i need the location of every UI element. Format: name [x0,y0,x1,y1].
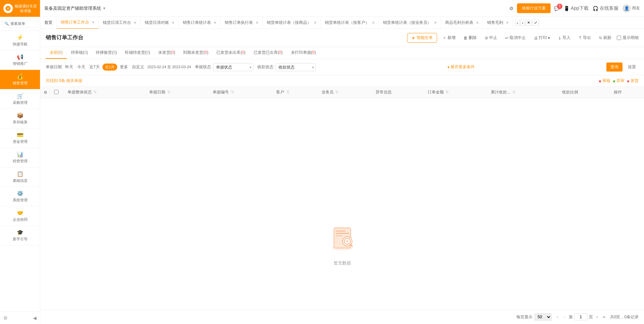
topbar-actions: 💬 6 📱 App下载 🎧 在线客服 👤 用友 [554,4,640,12]
tab-sales-workbench[interactable]: 销售订单工作台 ✕ [57,17,99,29]
tab-close-sales-workbench[interactable]: ✕ [92,21,94,24]
tab-gross-profit[interactable]: 商品毛利分析表 ✕ [441,17,483,29]
settings-button[interactable]: ⚙ [3,315,8,321]
sidebar-item-marketing[interactable]: 📢 营销推广 [0,50,40,70]
search-menu-button[interactable]: 🔍 搜索菜单 [2,19,38,28]
empty-illustration [326,221,359,255]
collapse-button[interactable]: ◀ [33,315,37,321]
messages-button[interactable]: 💬 6 [554,6,560,11]
tab-close-sales-gross[interactable]: ✕ [506,21,509,25]
sidebar-item-guide[interactable]: 🎓 新手引导 [0,226,40,245]
date-btn-7days[interactable]: 近7天 [88,64,101,71]
stop-button[interactable]: ⊘ 中止 [482,33,500,42]
tab-close-salesman-stats[interactable]: ✕ [434,21,437,25]
tab-close-customer-stats[interactable]: ✕ [372,21,375,25]
sidebar-item-system[interactable]: ⚙️ 系统管理 [0,187,40,206]
tab-close-order-exec[interactable]: ✕ [256,21,258,25]
add-button[interactable]: ＋ 新增 [440,33,458,42]
page-first-button[interactable]: « [554,314,561,320]
user-menu[interactable]: 👤 用友 [622,4,640,12]
subtab-all[interactable]: 全部(0) [46,47,67,59]
import-button[interactable]: ⤓ 导入 [555,33,573,42]
tab-salesman-stats[interactable]: 销货单统计表（按业务员） ✕ [379,17,441,29]
tab-close-goods-stats[interactable]: ✕ [314,21,316,25]
show-detail-checkbox[interactable] [617,36,621,40]
tab-prev-button[interactable]: ‹ [515,20,520,26]
subtab-shipped-out[interactable]: 已发货已出库(0) [250,47,287,59]
page-last-button[interactable]: » [601,314,607,320]
expand-filter-button[interactable]: ▾ 展开更多条件 [447,64,475,70]
subtab-overdue-not-shipped[interactable]: 到期未发货(0) [179,47,212,59]
tab-close-daily-clear[interactable]: ✕ [134,21,136,25]
smart-order-button[interactable]: ★ 智能生单 [407,33,437,43]
column-date[interactable]: 单据日期 ⇅ [146,87,209,98]
sidebar-item-finance[interactable]: 💳 资金管理 [0,128,40,148]
column-amount[interactable]: 订单金额 ⇅ [424,87,488,98]
tab-order-stats[interactable]: 销售订单统计表 ✕ [179,17,221,29]
subtab-not-shipped[interactable]: 未发货(0) [154,47,179,59]
sidebar-item-inventory[interactable]: 📦 库存核算 [0,109,40,128]
tab-customer-stats[interactable]: 销货单统计表（按客户） ✕ [321,17,379,29]
tab-sales-gross[interactable]: 销售毛利 ✕ [483,17,513,29]
online-service-button[interactable]: 🎧 在线客服 [593,5,618,11]
tab-daily-clear[interactable]: 钱货日清工作台 ✕ [99,17,141,29]
date-btn-yesterday[interactable]: 昨天 [64,64,75,71]
show-detail-checkbox-label[interactable]: 显示明细 [617,35,639,41]
per-page-select[interactable]: 50 20 100 [534,313,552,321]
column-status[interactable]: 单据整体状态 ⇅ [64,87,146,98]
send-button[interactable]: 发货 [627,78,639,84]
select-all-checkbox[interactable] [54,90,58,94]
subtab-not-printed[interactable]: 未打印单据(0) [287,47,320,59]
sidebar-item-sales[interactable]: 💰 销售管理 [0,70,40,89]
subtab-pending-audit[interactable]: 待审核(0) [67,47,92,59]
date-btn-more[interactable]: 更多 [119,64,129,71]
tab-next-button[interactable]: › [520,20,525,26]
date-btn-custom[interactable]: 自定义 [131,64,145,71]
tab-close-all-button[interactable]: ✕ [525,19,532,26]
sidebar-item-operation[interactable]: 📊 经营管理 [0,148,40,167]
table-right-actions: 审核 弃审 发货 [599,78,639,84]
setting-filter-button[interactable]: 设置 [625,63,639,72]
sidebar-item-cooperation[interactable]: 🤝 企业协同 [0,206,40,226]
star-icon: ★ [412,36,415,40]
subtab-wangpu-ship[interactable]: 旺铺待发货(0) [121,47,154,59]
cancel-stop-button[interactable]: ↩ 取消中止 [503,33,528,42]
audit-button[interactable]: 审核 [599,78,610,84]
delete-button[interactable]: 🗑 删除 [461,33,479,42]
date-btn-today[interactable]: 今天 [76,64,87,71]
date-btn-1month[interactable]: 近1月 [102,64,117,71]
column-collected[interactable]: 累计收款... ⇅ [487,87,559,98]
tab-goods-stats[interactable]: 销货单统计表（按商品） ✕ [263,17,321,29]
tab-maximize-button[interactable]: ⤢ [532,19,539,26]
app-download-button[interactable]: 📱 App下载 [564,5,589,11]
sidebar-item-purchase[interactable]: 🛒 采购管理 [0,89,40,109]
void-button[interactable]: 弃审 [613,78,625,84]
subtab-shipped-not-out[interactable]: 已发货未出库(0) [212,47,250,59]
column-customer[interactable]: 客户 ⇅ [273,87,318,98]
page-next-button[interactable]: › [594,314,600,320]
page-number-input[interactable] [574,314,588,320]
query-button[interactable]: 查询 [606,63,622,72]
tab-close-gross-profit[interactable]: ✕ [476,21,479,25]
export-button[interactable]: ⤒ 导出 [576,33,594,42]
tab-close-reconcile[interactable]: ✕ [172,21,174,25]
tab-reconcile[interactable]: 钱货日清对账 ✕ [141,17,179,29]
page-prev-button[interactable]: ‹ [562,314,567,320]
tab-order-exec[interactable]: 销售订单执行表 ✕ [221,17,263,29]
tab-close-order-stats[interactable]: ✕ [214,21,216,25]
sidebar-item-base-info[interactable]: 📋 基础信息 [0,167,40,187]
industry-solution-button[interactable]: 体验行业方案 [517,3,551,13]
payment-select[interactable]: 收款状态 [275,63,316,71]
column-checkbox-header[interactable] [51,87,64,98]
refresh-button[interactable]: ↻ 刷新 [596,33,614,42]
column-settings[interactable]: ⚙ [40,87,51,98]
status-select[interactable]: 单据状态 [213,63,253,71]
column-salesman[interactable]: 业务员 ⇅ [318,87,373,98]
sidebar-item-quick-nav[interactable]: ⚡ 快捷导航 [0,31,40,50]
tab-home[interactable]: 首页 [40,17,57,29]
column-number[interactable]: 单据编号 ⇅ [209,87,273,98]
dropdown-arrow-icon: ▾ [103,6,105,11]
print-button[interactable]: 🖨 打印 ▾ [531,33,553,42]
gear-settings-button[interactable]: ⚙ [509,6,514,11]
subtab-pending-inspect[interactable]: 待择验货(0) [92,47,121,59]
